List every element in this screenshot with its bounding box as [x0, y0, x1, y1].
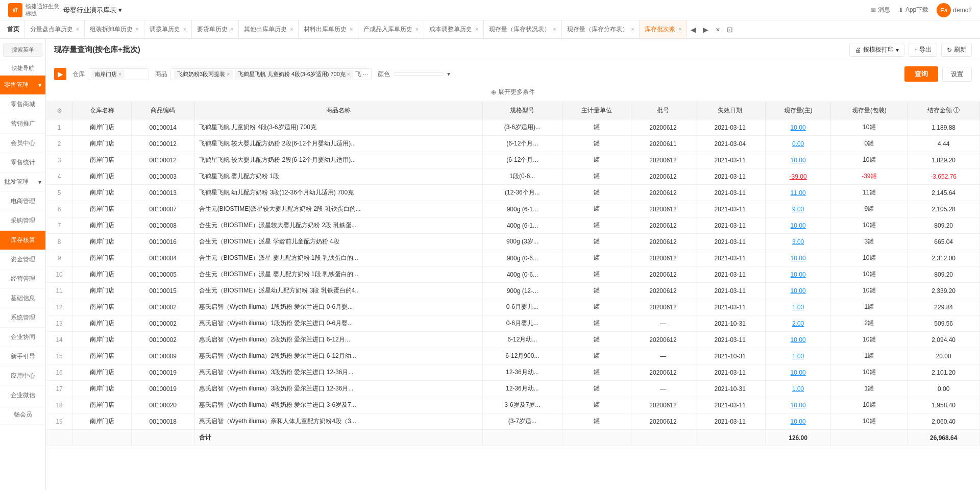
- sidebar-item-newguide[interactable]: 新手引导: [0, 347, 45, 366]
- company-selector[interactable]: 母婴行业演示库表 ▾: [63, 6, 122, 15]
- export-button[interactable]: ↑ 导出: [909, 43, 937, 57]
- tab-cailiao[interactable]: 材料出库单历史 ×: [299, 20, 358, 39]
- cell-qty-main[interactable]: 10.00: [765, 397, 831, 413]
- tab-xianzai1[interactable]: 现存量（库存状况表） ×: [484, 20, 562, 39]
- sidebar-item-member[interactable]: 会员中心: [0, 134, 45, 153]
- sidebar-item-marketing[interactable]: 营销推广: [0, 114, 45, 134]
- cell-code: 00100018: [131, 413, 194, 430]
- message-button[interactable]: ✉ 消息: [871, 6, 890, 14]
- tab-tiaobo[interactable]: 调拨单历史 ×: [144, 20, 192, 39]
- cell-batch: 20200611: [631, 136, 695, 152]
- cell-qty-main[interactable]: 1.00: [765, 299, 831, 315]
- tab-close-xianzai1[interactable]: ×: [553, 27, 556, 32]
- sidebar-item-basics[interactable]: 基础信息: [0, 289, 45, 308]
- warehouse-tag-group[interactable]: 南岸门店 ×: [88, 68, 149, 80]
- query-button[interactable]: 查询: [904, 66, 938, 82]
- tab-close-xianzai2[interactable]: ×: [631, 27, 634, 32]
- cell-qty-main[interactable]: 9.00: [765, 201, 831, 217]
- sidebar-item-member2[interactable]: 畅会员: [0, 405, 45, 425]
- table-settings-icon[interactable]: ⚙: [57, 107, 62, 114]
- tab-chengpin[interactable]: 产成品入库单历史 ×: [358, 20, 424, 39]
- cell-qty-main[interactable]: 0.00: [765, 136, 831, 152]
- footer-empty-6: [631, 430, 695, 446]
- color-tag-group[interactable]: [393, 72, 444, 76]
- cell-qty-main[interactable]: 2.00: [765, 315, 831, 332]
- cell-no: 12: [46, 299, 73, 315]
- sidebar-item-wholesale[interactable]: 批发管理 ▾: [0, 173, 45, 192]
- cell-qty-main[interactable]: 11.00: [765, 185, 831, 201]
- cell-spec: 900g (3岁...: [482, 234, 562, 250]
- product-tag-close-1[interactable]: ×: [227, 71, 230, 77]
- sidebar-item-ecommerce[interactable]: 电商管理: [0, 192, 45, 211]
- cell-qty-main[interactable]: 1.00: [765, 348, 831, 364]
- sidebar-item-appcenter[interactable]: 应用中心: [0, 366, 45, 386]
- app-download-button[interactable]: ⬇ App下载: [898, 6, 928, 14]
- cell-qty-main[interactable]: 10.00: [765, 119, 831, 136]
- tab-close-tiaobo[interactable]: ×: [183, 27, 186, 32]
- warehouse-tag-close-1[interactable]: ×: [118, 71, 121, 77]
- cell-code: 00100009: [131, 348, 194, 364]
- cell-qty-main[interactable]: 10.00: [765, 283, 831, 299]
- quick-nav-button[interactable]: 快捷导航: [0, 61, 45, 76]
- col-qty-pkg: 现存量(包装): [831, 102, 908, 119]
- sidebar-item-system[interactable]: 系统管理: [0, 308, 45, 328]
- tab-close-chengben[interactable]: ×: [475, 27, 478, 32]
- product-tag-group[interactable]: 飞鹤奶粉3段丙提装 × 飞鹤星飞帆 儿童奶粉 4段(3-6岁适用) 700克 ×…: [170, 68, 372, 80]
- tab-close-all-btn[interactable]: ×: [712, 23, 724, 36]
- refresh-button[interactable]: ↻ 刷新: [941, 43, 972, 57]
- cell-no: 13: [46, 315, 73, 332]
- user-area[interactable]: Ea demo2: [937, 3, 972, 17]
- cell-qty-main[interactable]: 10.00: [765, 413, 831, 430]
- cell-qty-main[interactable]: 10.00: [765, 266, 831, 283]
- tab-qitachu[interactable]: 其他出库单历史 ×: [239, 20, 299, 39]
- cell-qty-main[interactable]: 3.00: [765, 234, 831, 250]
- tab-close-zuchai[interactable]: ×: [136, 27, 139, 32]
- product-more-dots[interactable]: 飞 ···: [355, 70, 368, 79]
- tab-fullscreen-btn[interactable]: ⊡: [724, 23, 736, 36]
- tab-close-chengpin[interactable]: ×: [415, 27, 419, 32]
- cell-qty-main[interactable]: 10.00: [765, 217, 831, 234]
- tab-next-btn[interactable]: ▶: [699, 23, 712, 36]
- tab-home[interactable]: 首页: [2, 20, 25, 39]
- sidebar-item-purchase[interactable]: 采购管理: [0, 211, 45, 231]
- tab-close-cailiao[interactable]: ×: [350, 27, 353, 32]
- col-settings[interactable]: ⚙: [46, 102, 73, 119]
- tab-yaohuo[interactable]: 要货单历史 ×: [192, 20, 239, 39]
- sidebar-item-retail-stats[interactable]: 零售统计: [0, 153, 45, 173]
- cell-name: 惠氏启智（Wyeth illuma）亲和人体儿童配方奶粉4段（3...: [194, 413, 482, 430]
- cell-qty-main[interactable]: 10.00: [765, 364, 831, 381]
- filter-expand-button[interactable]: ▶: [54, 68, 66, 80]
- tab-xianzai2[interactable]: 现存量（库存分布表） ×: [562, 20, 640, 39]
- cell-code: 00100019: [131, 381, 194, 397]
- sidebar-item-operations[interactable]: 经营管理: [0, 270, 45, 289]
- tab-zuchai[interactable]: 组装拆卸单历史 ×: [85, 20, 144, 39]
- cell-amount: 20.00: [908, 348, 980, 364]
- tab-close-kupici[interactable]: ×: [678, 27, 681, 32]
- tab-chengben[interactable]: 成本调整单历史 ×: [424, 20, 484, 39]
- cell-qty-main[interactable]: 10.00: [765, 152, 831, 168]
- tab-close-qitachu[interactable]: ×: [290, 27, 293, 32]
- template-print-button[interactable]: 🖨 按模板打印 ▾: [849, 43, 904, 57]
- sidebar-item-enterprise[interactable]: 企业协同: [0, 328, 45, 347]
- product-tag-close-2[interactable]: ×: [347, 71, 350, 77]
- sidebar-item-finance[interactable]: 资金管理: [0, 250, 45, 270]
- cell-qty-main[interactable]: -39.00: [765, 168, 831, 185]
- cell-qty-main[interactable]: 1.00: [765, 381, 831, 397]
- tab-kupici[interactable]: 库存批次账 ×: [640, 20, 687, 39]
- sidebar-item-retail-mgmt[interactable]: 零售管理 ▾: [0, 76, 45, 95]
- cell-unit: 罐: [562, 234, 631, 250]
- cell-qty-main[interactable]: 10.00: [765, 250, 831, 266]
- tab-close-fenfen[interactable]: ×: [76, 27, 79, 32]
- tab-prev-btn[interactable]: ◀: [687, 23, 699, 36]
- tab-close-yaohuo[interactable]: ×: [231, 27, 234, 32]
- color-filter-arrow[interactable]: ▾: [447, 70, 450, 78]
- col-qty-main: 现存量(主): [765, 102, 831, 119]
- search-menu-button[interactable]: 搜索英单: [3, 43, 42, 57]
- cell-qty-main[interactable]: 10.00: [765, 332, 831, 348]
- sidebar-item-retail-mall[interactable]: 零售商城: [0, 95, 45, 114]
- tab-fenfen[interactable]: 分量盘点单历史 ×: [25, 20, 85, 39]
- expand-more-button[interactable]: ⊕ 展开更多条件: [491, 88, 535, 96]
- settings-button[interactable]: 设置: [942, 67, 972, 82]
- sidebar-item-corpwechat[interactable]: 企业微信: [0, 386, 45, 405]
- sidebar-item-inventory[interactable]: 库存核算: [0, 231, 45, 250]
